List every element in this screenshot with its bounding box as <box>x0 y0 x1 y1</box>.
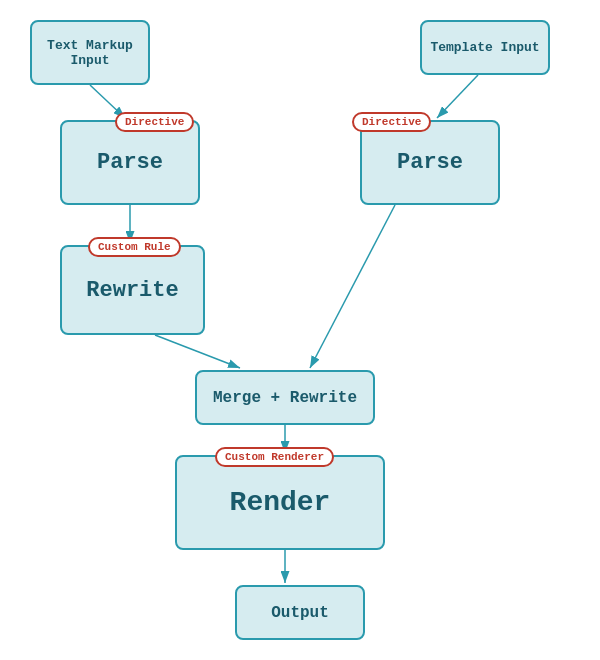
custom-rule-text: Custom Rule <box>98 241 171 253</box>
diagram: Text Markup Input Template Input Parse D… <box>0 0 600 660</box>
output-label: Output <box>271 604 329 622</box>
svg-line-1 <box>437 75 478 118</box>
directive-right-text: Directive <box>362 116 421 128</box>
merge-rewrite-label: Merge + Rewrite <box>213 389 357 407</box>
rewrite-label: Rewrite <box>86 278 178 303</box>
render-node: Render <box>175 455 385 550</box>
parse-left-node: Parse <box>60 120 200 205</box>
template-input-label: Template Input <box>430 40 539 55</box>
directive-right-badge: Directive <box>352 112 431 132</box>
text-markup-input-node: Text Markup Input <box>30 20 150 85</box>
parse-left-label: Parse <box>97 150 163 175</box>
output-node: Output <box>235 585 365 640</box>
custom-renderer-text: Custom Renderer <box>225 451 324 463</box>
render-label: Render <box>230 487 331 518</box>
text-markup-input-label: Text Markup Input <box>32 38 148 68</box>
directive-left-badge: Directive <box>115 112 194 132</box>
rewrite-node: Rewrite <box>60 245 205 335</box>
merge-rewrite-node: Merge + Rewrite <box>195 370 375 425</box>
svg-line-3 <box>155 335 240 368</box>
parse-right-node: Parse <box>360 120 500 205</box>
svg-line-4 <box>310 205 395 368</box>
parse-right-label: Parse <box>397 150 463 175</box>
custom-rule-badge: Custom Rule <box>88 237 181 257</box>
directive-left-text: Directive <box>125 116 184 128</box>
custom-renderer-badge: Custom Renderer <box>215 447 334 467</box>
template-input-node: Template Input <box>420 20 550 75</box>
